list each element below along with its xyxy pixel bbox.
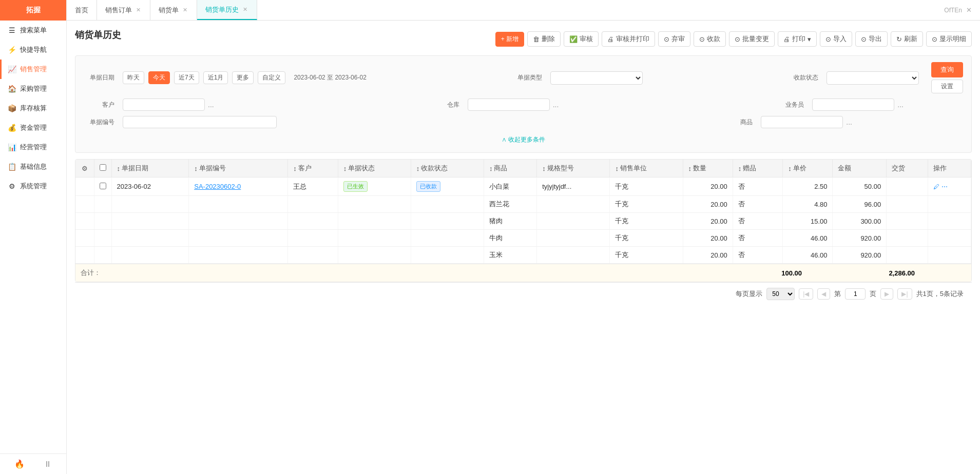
tab-close-sales-order[interactable]: ✕: [135, 6, 142, 14]
first-page-button[interactable]: |◀: [799, 288, 813, 300]
action-buttons: + 新增 🗑 删除 ✅ 审核 🖨 审核并打印 ⊙ 弃审: [495, 31, 972, 47]
doc-no-link[interactable]: SA-20230602-0: [194, 183, 241, 190]
th-unit[interactable]: ↕ 销售单位: [610, 160, 683, 177]
collect-button[interactable]: ⊙ 收款: [694, 31, 726, 47]
th-collect-status[interactable]: ↕ 收款状态: [411, 160, 484, 177]
sidebar-item-inventory[interactable]: 📦 库存核算: [0, 98, 66, 118]
filter-row-1: 单据日期 昨天 今天 近7天 近1月 更多 自定义 2023-06-02 至 2…: [84, 62, 963, 93]
tab-close-sales-history[interactable]: ✕: [242, 5, 248, 14]
page-title: 销货单历史: [75, 29, 121, 41]
finance-icon: 💰: [8, 124, 16, 132]
review-button[interactable]: ✅ 审核: [564, 31, 599, 47]
prev-page-button[interactable]: ◀: [817, 288, 830, 300]
doc-type-label: 单据类型: [511, 73, 542, 82]
abandon-button[interactable]: ⊙ 弃审: [658, 31, 690, 47]
goods-dots[interactable]: ...: [846, 118, 852, 126]
batch-change-button[interactable]: ⊙ 批量变更: [729, 31, 775, 47]
cell-spec: tyjyjtyjdf...: [537, 177, 610, 196]
th-price[interactable]: ↕ 单价: [783, 160, 833, 177]
filter-collapse[interactable]: ∧ 收起更多条件: [84, 133, 963, 146]
page-number-input[interactable]: [845, 288, 866, 300]
review-print-button[interactable]: 🖨 审核并打印: [602, 31, 655, 47]
th-customer[interactable]: ↕ 客户: [288, 160, 338, 177]
date-btn-more[interactable]: 更多: [232, 71, 254, 84]
import-button[interactable]: ⊙ 导入: [820, 31, 852, 47]
last-page-button[interactable]: ▶|: [897, 288, 912, 300]
th-doc-status[interactable]: ↕ 单据状态: [338, 160, 411, 177]
table-row: 猪肉 千克 20.00 否 15.00 300.00: [75, 213, 971, 230]
cell-checkbox: [94, 213, 111, 230]
sidebar-item-basic[interactable]: 📋 基础信息: [0, 157, 66, 176]
next-page-button[interactable]: ▶: [880, 288, 893, 300]
salesperson-dots[interactable]: ...: [897, 101, 904, 109]
sidebar-item-sales[interactable]: 📈 销售管理: [0, 60, 66, 79]
action-more[interactable]: ⋯: [941, 183, 948, 190]
query-button[interactable]: 查询: [931, 62, 963, 77]
sidebar-item-operations[interactable]: 📊 经营管理: [0, 137, 66, 157]
customer-dots[interactable]: ...: [208, 101, 214, 109]
search-icon: ☰: [8, 26, 16, 34]
setting-button[interactable]: 设置: [931, 80, 963, 93]
th-gear[interactable]: ⚙: [75, 160, 94, 177]
sidebar-item-search[interactable]: ☰ 搜索菜单: [0, 21, 66, 40]
date-btn-today[interactable]: 今天: [148, 71, 170, 84]
th-spec[interactable]: ↕ 规格型号: [537, 160, 610, 177]
delete-button[interactable]: 🗑 删除: [527, 31, 561, 47]
per-page-select[interactable]: 50 100: [766, 288, 795, 300]
salesperson-input[interactable]: [812, 98, 894, 111]
doc-type-select[interactable]: [550, 71, 643, 85]
th-doc-no[interactable]: ↕ 单据编号: [189, 160, 288, 177]
basic-icon: 📋: [8, 163, 16, 171]
warehouse-input[interactable]: [468, 98, 550, 111]
sidebar-item-system[interactable]: ⚙ 系统管理: [0, 176, 66, 196]
print-button[interactable]: 🖨 打印 ▾: [778, 31, 817, 47]
cell-price: 46.00: [783, 247, 833, 264]
warehouse-dots[interactable]: ...: [553, 101, 559, 109]
salesperson-label: 业务员: [773, 101, 804, 109]
th-goods[interactable]: ↕ 商品: [484, 160, 536, 177]
cell-gear: [75, 177, 94, 196]
tab-home[interactable]: 首页: [67, 0, 97, 20]
sidebar-bottom-icon2[interactable]: ⏸: [44, 460, 52, 469]
action-edit[interactable]: 🖊: [933, 183, 939, 190]
cell-gear: [75, 230, 94, 247]
sidebar-bottom: 🔥 ⏸: [0, 453, 66, 474]
customer-input[interactable]: [123, 98, 205, 111]
date-btn-yesterday[interactable]: 昨天: [123, 71, 144, 84]
table-body: 2023-06-02 SA-20230602-0 王总 已生效 已收款 小白菜 …: [75, 177, 971, 264]
data-table-wrap: ⚙ ↕ 单据日期 ↕ 单据编号 ↕ 客户 ↕ 单据状态 ↕ 收款状态 ↕ 商品 …: [75, 159, 972, 282]
sidebar-item-finance[interactable]: 💰 资金管理: [0, 118, 66, 137]
topbar-close-icon[interactable]: ✕: [966, 6, 972, 14]
data-table: ⚙ ↕ 单据日期 ↕ 单据编号 ↕ 客户 ↕ 单据状态 ↕ 收款状态 ↕ 商品 …: [75, 160, 971, 264]
goods-input[interactable]: [761, 116, 843, 128]
topbar-right: OfTEn ✕: [944, 6, 980, 14]
sidebar-bottom-icon1[interactable]: 🔥: [14, 459, 25, 469]
date-btn-7days[interactable]: 近7天: [174, 71, 199, 84]
select-all-checkbox[interactable]: [100, 164, 106, 171]
total-label: 合计：: [81, 268, 101, 278]
add-button[interactable]: + 新增: [495, 32, 524, 47]
sidebar-item-quick[interactable]: ⚡ 快捷导航: [0, 40, 66, 60]
sidebar-item-purchase[interactable]: 🏠 采购管理: [0, 79, 66, 98]
topbar-brand: OfTEn: [944, 7, 962, 14]
export-button[interactable]: ⊙ 导出: [855, 31, 888, 47]
tab-sales-goods[interactable]: 销货单 ✕: [150, 0, 197, 20]
collect-status-select[interactable]: [827, 71, 919, 85]
cell-gift: 否: [733, 230, 782, 247]
row-checkbox[interactable]: [100, 183, 106, 189]
cell-spec: [537, 213, 610, 230]
tab-sales-order[interactable]: 销售订单 ✕: [97, 0, 150, 20]
date-btn-custom[interactable]: 自定义: [258, 71, 285, 84]
th-doc-date[interactable]: ↕ 单据日期: [111, 160, 189, 177]
cell-unit: 千克: [610, 213, 683, 230]
date-btn-1month[interactable]: 近1月: [203, 71, 228, 84]
th-gift[interactable]: ↕ 赠品: [733, 160, 782, 177]
th-qty[interactable]: ↕ 数量: [683, 160, 733, 177]
tab-sales-history[interactable]: 销货单历史 ✕: [197, 0, 257, 20]
cell-goods: 牛肉: [484, 230, 536, 247]
refresh-button[interactable]: ↻ 刷新: [891, 31, 923, 47]
show-detail-button[interactable]: ⊙ 显示明细: [926, 31, 972, 47]
doc-no-input[interactable]: [123, 116, 277, 128]
tab-close-sales-goods[interactable]: ✕: [182, 6, 188, 14]
collect-icon: ⊙: [699, 35, 705, 43]
